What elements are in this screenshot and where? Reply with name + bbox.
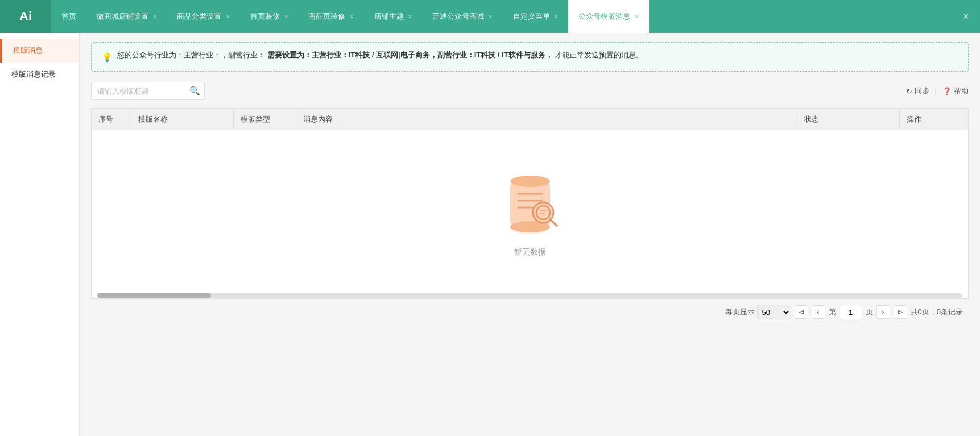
- svg-point-2: [510, 176, 550, 187]
- next-page-button[interactable]: ›: [876, 305, 890, 319]
- nav-tab-custom-menu[interactable]: 自定义菜单×: [503, 0, 568, 33]
- search-bar: 🔍 ↻ 同步 | ❓ 帮助: [91, 82, 969, 100]
- nav-tab-label-theme: 店铺主题: [374, 11, 404, 22]
- nav-tab-theme[interactable]: 店铺主题×: [364, 0, 422, 33]
- alert-text: 您的公众号行业为：主营行业：，副营行业： 需要设置为：主营行业：IT科技 / 互…: [117, 49, 643, 61]
- search-right: ↻ 同步 | ❓ 帮助: [906, 86, 969, 96]
- nav-tab-label-homepage: 首页装修: [250, 11, 280, 22]
- svg-line-9: [550, 219, 557, 226]
- sync-button[interactable]: ↻ 同步: [906, 86, 929, 96]
- nav-tab-label-home: 首页: [61, 11, 76, 22]
- divider: |: [935, 87, 937, 95]
- alert-suffix: 才能正常发送预置的消息。: [555, 51, 643, 59]
- nav-tab-homepage[interactable]: 首页装修×: [240, 0, 298, 33]
- nav-tab-home[interactable]: 首页: [51, 0, 86, 33]
- th-type: 模版类型: [234, 109, 296, 130]
- nav-tab-close-homepage[interactable]: ×: [284, 13, 288, 20]
- th-seq: 序号: [92, 109, 131, 130]
- alert-highlight: 需要设置为：主营行业：IT科技 / 互联网|电子商务，副营行业：IT科技 / I…: [267, 51, 553, 59]
- content-area: 💡 您的公众号行业为：主营行业：，副营行业： 需要设置为：主营行业：IT科技 /…: [80, 33, 980, 436]
- nav-tab-close-custom-menu[interactable]: ×: [555, 13, 558, 20]
- page-prefix-label: 第: [829, 307, 836, 317]
- nav-tab-close-productpage[interactable]: ×: [350, 13, 353, 20]
- th-content: 消息内容: [296, 109, 797, 130]
- empty-icon: [493, 164, 567, 238]
- nav-tab-label-category: 商品分类设置: [177, 11, 221, 22]
- th-action: 操作: [900, 109, 968, 130]
- sidebar-item-template-history[interactable]: 模版消息记录: [0, 63, 79, 86]
- th-status: 状态: [797, 109, 900, 130]
- nav-tab-label-productpage: 商品页装修: [308, 11, 345, 22]
- total-label: 共0页，0条记录: [911, 307, 963, 317]
- nav-tab-label-template-msg: 公众号模版消息: [578, 11, 630, 22]
- per-page-select[interactable]: 50 20 100: [757, 305, 791, 319]
- help-button[interactable]: ❓ 帮助: [942, 86, 969, 96]
- prev-page-button[interactable]: ‹: [812, 305, 825, 319]
- search-input-wrap: 🔍: [91, 82, 205, 100]
- last-page-button[interactable]: ⊳: [894, 305, 907, 319]
- empty-state: 暂无数据: [91, 130, 969, 292]
- th-name: 模版名称: [131, 109, 234, 130]
- nav-tab-label-custom-menu: 自定义菜单: [513, 11, 550, 22]
- pagination: 每页显示 50 20 100 ⊲ ‹ 第 页 › ⊳ 共0页，0条记录: [91, 299, 969, 319]
- nav-tabs: 首页微商城店铺设置×商品分类设置×首页装修×商品页装修×店铺主题×开通公众号商城…: [51, 0, 952, 33]
- nav-tab-label-wechat-shop: 开通公众号商城: [432, 11, 484, 22]
- nav-tab-close-category[interactable]: ×: [226, 13, 229, 20]
- nav-tab-category[interactable]: 商品分类设置×: [167, 0, 239, 33]
- nav-tab-close-theme[interactable]: ×: [408, 13, 412, 20]
- search-input[interactable]: [91, 82, 205, 100]
- nav-tab-weshop[interactable]: 微商城店铺设置×: [86, 0, 167, 33]
- empty-text: 暂无数据: [514, 247, 546, 258]
- search-left: 🔍: [91, 82, 205, 100]
- alert-prefix: 您的公众号行业为：主营行业：，副营行业：: [117, 51, 265, 59]
- nav-tab-close-weshop[interactable]: ×: [153, 13, 156, 20]
- bulb-icon: 💡: [102, 51, 113, 64]
- per-page-label: 每页显示: [725, 307, 755, 317]
- main-layout: 模版消息模版消息记录 💡 您的公众号行业为：主营行业：，副营行业： 需要设置为：…: [0, 33, 980, 436]
- sidebar-item-template-msg[interactable]: 模版消息: [0, 39, 79, 63]
- nav-tab-productpage[interactable]: 商品页装修×: [298, 0, 363, 33]
- help-label: 帮助: [954, 86, 969, 96]
- sync-icon: ↻: [906, 87, 912, 95]
- sync-label: 同步: [915, 86, 929, 96]
- per-page-wrap: 每页显示 50 20 100: [725, 305, 791, 319]
- table-wrap: 序号模版名称模版类型消息内容状态操作: [91, 108, 969, 319]
- nav-tab-close-wechat-shop[interactable]: ×: [489, 13, 492, 20]
- global-close-button[interactable]: ×: [952, 0, 980, 33]
- nav-tab-template-msg[interactable]: 公众号模版消息×: [568, 0, 648, 33]
- help-icon: ❓: [942, 87, 952, 95]
- nav-tab-wechat-shop[interactable]: 开通公众号商城×: [422, 0, 502, 33]
- nav-tab-label-weshop: 微商城店铺设置: [97, 11, 148, 22]
- sidebar: 模版消息模版消息记录: [0, 33, 80, 436]
- table-header: 序号模版名称模版类型消息内容状态操作: [91, 108, 969, 130]
- scroll-thumb: [97, 293, 211, 298]
- scroll-track: [97, 293, 962, 298]
- top-nav: Ai 首页微商城店铺设置×商品分类设置×首页装修×商品页装修×店铺主题×开通公众…: [0, 0, 980, 33]
- first-page-button[interactable]: ⊲: [795, 305, 808, 319]
- page-unit-label: 页: [866, 307, 873, 317]
- search-button[interactable]: 🔍: [189, 86, 200, 96]
- alert-box: 💡 您的公众号行业为：主营行业：，副营行业： 需要设置为：主营行业：IT科技 /…: [91, 42, 969, 72]
- logo: Ai: [0, 0, 51, 33]
- page-input[interactable]: [840, 305, 862, 319]
- nav-tab-close-template-msg[interactable]: ×: [635, 13, 638, 20]
- scroll-bar[interactable]: [91, 292, 969, 299]
